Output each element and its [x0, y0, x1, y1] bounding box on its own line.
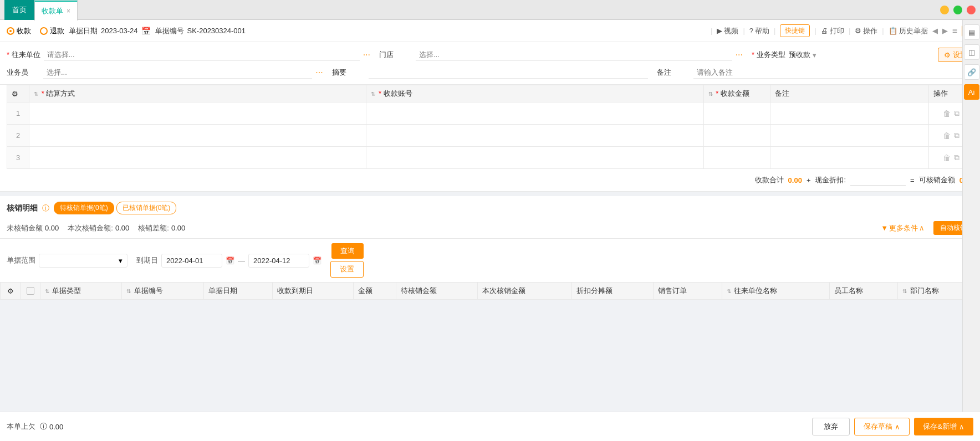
table-row: 2 🗑 ⧉ — [7, 125, 973, 147]
account-sort-icon: ⇅ — [371, 91, 375, 97]
settings-icon: ⚙ — [944, 51, 951, 59]
staff-more-icon[interactable]: ··· — [315, 68, 323, 77]
toolbar: 收款 退款 单据日期 2023-03-24 📅 单据编号 SK-20230324… — [0, 20, 980, 42]
discount-input[interactable] — [850, 175, 906, 186]
th-amount: ⇅ * 收款金额 — [703, 85, 770, 102]
operation-action[interactable]: ⚙ 操作 — [855, 26, 877, 36]
done-tab[interactable]: 已核销单据(0笔) — [116, 202, 177, 214]
select-all-checkbox[interactable] — [27, 287, 34, 295]
biz-type-field: 业务类型 预收款 ▾ — [752, 50, 929, 60]
row-1-note[interactable] — [770, 102, 928, 125]
pending-tab[interactable]: 待核销单据(0笔) — [54, 202, 114, 214]
video-action[interactable]: ▶ 视频 — [717, 26, 738, 36]
range-filter-select[interactable]: ▾ — [39, 254, 127, 268]
th-account: ⇅ * 收款账号 — [366, 85, 703, 102]
filter-settings-btn[interactable]: 设置 — [330, 261, 364, 278]
partner-more-icon[interactable]: ··· — [363, 50, 370, 59]
row-1-account[interactable] — [366, 102, 703, 125]
history-action[interactable]: 📋 历史单据 — [889, 26, 928, 36]
help-action[interactable]: ? 帮助 — [749, 26, 769, 36]
form-row-1: 往来单位 ··· 门店 ··· 业务类型 预收款 ▾ ⚙ 设置 — [7, 48, 973, 62]
bth-checkbox[interactable] — [21, 283, 40, 300]
date-from-input[interactable] — [161, 254, 222, 268]
window-minimize-btn[interactable] — [940, 6, 949, 14]
row-1-amount[interactable] — [703, 102, 770, 125]
row-2-delete-icon[interactable]: 🗑 — [943, 131, 951, 140]
store-more-icon[interactable]: ··· — [736, 50, 743, 59]
receipt-table: ⚙ ⇅ * 结算方式 ⇅ * 收款账号 ⇅ * 收款金额 — [7, 85, 973, 169]
store-field: 门店 ··· — [379, 49, 743, 61]
doc-type-sort: ⇅ — [45, 288, 49, 294]
summary-input[interactable] — [369, 66, 649, 79]
plus-sign: + — [807, 176, 811, 184]
doc-date-calendar-icon[interactable]: 📅 — [141, 27, 151, 35]
nav-prev-btn[interactable]: ◀ — [932, 27, 938, 35]
bth-gear[interactable]: ⚙ — [1, 283, 21, 300]
bth-partner: ⇅ 往来单位名称 — [722, 283, 829, 300]
row-2-settlement[interactable] — [29, 125, 366, 147]
more-conditions-btn[interactable]: ▼ 更多条件 ∧ — [881, 223, 925, 233]
diff-stat: 核销差额: 0.00 — [138, 223, 185, 233]
toolbar-right: | ▶ 视频 | ? 帮助 | 快捷键 | 🖨 打印 | ⚙ 操作 | 📋 历史… — [711, 24, 973, 37]
th-gear[interactable]: ⚙ — [7, 85, 29, 102]
row-1-copy-icon[interactable]: ⧉ — [954, 109, 959, 118]
row-3-amount[interactable] — [703, 147, 770, 169]
sidebar-btn-3[interactable]: 🔗 — [964, 64, 979, 80]
tab-home[interactable]: 首页 — [4, 0, 34, 20]
doc-number-label: 单据编号 — [155, 26, 184, 36]
row-3-settlement[interactable] — [29, 147, 366, 169]
amount-sort-icon: ⇅ — [708, 91, 713, 97]
note-label: 备注 — [775, 89, 789, 98]
biz-type-select[interactable]: 预收款 ▾ — [789, 50, 816, 60]
abandon-btn[interactable]: 放弃 — [812, 418, 850, 435]
row-2-amount[interactable] — [703, 125, 770, 147]
save-draft-btn[interactable]: 保存草稿 ∧ — [854, 418, 910, 435]
tab-receipt[interactable]: 收款单 × — [34, 1, 78, 20]
row-2-note[interactable] — [770, 125, 928, 147]
row-3-delete-icon[interactable]: 🗑 — [943, 153, 951, 162]
discount-label: 现金折扣: — [815, 175, 846, 185]
print-icon: 🖨 — [821, 27, 828, 35]
nav-next-btn[interactable]: ▶ — [942, 27, 948, 35]
note-input[interactable] — [693, 66, 973, 79]
row-3-note[interactable] — [770, 147, 928, 169]
query-btn[interactable]: 查询 — [331, 243, 364, 259]
note-field: 备注 — [657, 66, 973, 79]
bth-due-date: 收款到期日 — [272, 283, 354, 300]
row-2-copy-icon[interactable]: ⧉ — [954, 131, 959, 140]
shortcut-btn[interactable]: 快捷键 — [780, 24, 810, 37]
divider1: | — [711, 27, 712, 35]
staff-input[interactable] — [43, 66, 312, 79]
this-doc-info-icon[interactable]: ⓘ — [40, 422, 47, 432]
window-maximize-btn[interactable] — [953, 6, 962, 14]
divider5: | — [849, 27, 850, 35]
row-3-account[interactable] — [366, 147, 703, 169]
row-1-settlement[interactable] — [29, 102, 366, 125]
staff-label: 业务员 — [7, 68, 40, 78]
divider4: | — [814, 27, 816, 35]
sidebar-btn-1[interactable]: ▤ — [964, 24, 979, 40]
refund-radio[interactable]: 退款 — [40, 26, 64, 36]
sidebar-btn-2[interactable]: ◫ — [964, 44, 979, 60]
receipt-radio[interactable]: 收款 — [7, 26, 31, 36]
row-3-copy-icon[interactable]: ⧉ — [954, 153, 959, 162]
window-close-btn[interactable] — [967, 6, 976, 14]
sidebar-icon-1: ▤ — [968, 28, 975, 37]
date-from-calendar-icon[interactable]: 📅 — [226, 257, 234, 265]
view-list-btn[interactable]: ≡ — [952, 26, 957, 36]
video-icon: ▶ — [717, 27, 722, 35]
date-to-input[interactable] — [248, 254, 309, 268]
table-gear-icon: ⚙ — [12, 90, 18, 98]
right-sidebar: ▤ ◫ 🔗 Ai — [962, 20, 980, 441]
partner-input[interactable] — [44, 49, 360, 61]
tab-close-btn[interactable]: × — [67, 7, 70, 15]
sidebar-btn-ai[interactable]: Ai — [964, 84, 979, 100]
row-1-delete-icon[interactable]: 🗑 — [943, 109, 951, 118]
verification-info-icon[interactable]: ⓘ — [42, 203, 49, 213]
row-2-account[interactable] — [366, 125, 703, 147]
date-separator: — — [238, 257, 245, 265]
save-new-btn[interactable]: 保存&新增 ∧ — [914, 418, 973, 435]
store-input[interactable] — [416, 49, 732, 61]
print-action[interactable]: 🖨 打印 — [821, 26, 844, 36]
date-to-calendar-icon[interactable]: 📅 — [313, 257, 321, 265]
